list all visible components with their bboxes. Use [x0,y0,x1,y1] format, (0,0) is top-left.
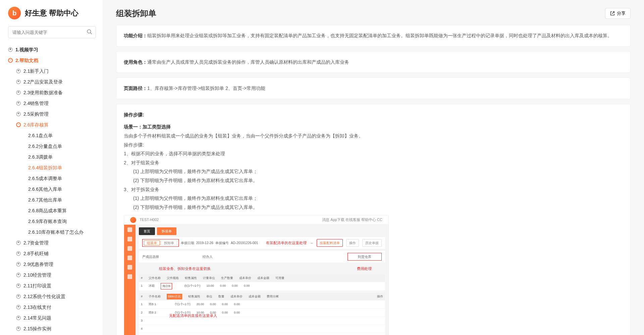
fig-date-label: 单据日期 [181,240,194,246]
nav-tree: 1.视频学习 2.帮助文档 2.1新手入门 2.2产品安装及登录 2.3使用前数… [8,44,96,334]
brand-logo-icon: b [8,7,21,19]
fig-sidebar [124,225,136,335]
nav-2-11[interactable]: 2.11打印设置 [8,280,96,291]
plus-icon [16,79,21,84]
main-content: 组装拆卸单 分享 功能介绍：组装拆卸单用来处理企业组装或拆卸等加工业务，支持有固… [103,0,644,335]
nav-2-6-10[interactable]: 2.6.10库存账本错了怎么办 [8,227,96,237]
nav-2-6-4[interactable]: 2.6.4组装拆卸单 [8,162,96,173]
scene1-title: 场景一：加工类型选择 [124,124,171,129]
svg-point-0 [87,30,91,33]
nav-2-4[interactable]: 2.4销售管理 [8,98,96,109]
fig-type-dismantle: 拆卸单 [161,240,177,245]
fig-dest-field: 到货仓库 [347,253,382,261]
nav-2-3[interactable]: 2.3使用前数据准备 [8,87,96,98]
role-text: 通常由生产人员或库管人员完成拆装业务的操作，库管人员确认原材料的出库和产成品的入… [147,59,349,65]
brand: b 好生意 帮助中心 [8,7,96,19]
sidebar: b 好生意 帮助中心 1.视频学习 2.帮助文档 2.1新手入门 2.2产品安装… [0,0,103,335]
fig-op-button: 操作 [346,239,359,247]
steps-title: 操作步骤: [124,112,144,117]
home-icon [127,227,132,232]
fig-code-value: AD-20191226-001 [231,240,258,246]
intro-label: 功能介绍： [124,33,147,38]
nav-2-2[interactable]: 2.2产品安装及登录 [8,76,96,87]
search-input[interactable] [8,26,96,38]
box-icon [127,246,132,251]
fig-anno-bom: 有装配清单的在这里处理 [266,239,307,246]
plus-icon [16,283,21,288]
nav-2-6-3[interactable]: 2.6.3调拨单 [8,152,96,162]
nav-2-12[interactable]: 2.12系统个性化设置 [8,291,96,302]
page-title: 组装拆卸单 [116,8,156,19]
plus-icon [16,305,21,310]
step-3: 3、对于拆装业务 [124,185,623,194]
step-2b: (2) 下部明细为子件明细，最终作为原材料生成其它出库单。 [124,176,623,185]
nav-2-6[interactable]: 2.6库存核算 [8,119,96,130]
search-icon[interactable] [87,29,93,36]
fig-tenant: TEST-H002 [140,216,159,223]
step-2a: (1) 上部明细为父件明细，最终作为产成品生成其它入库单； [124,167,623,176]
step-3a: (1) 上部明细为父件明细，最终作为原材料生成其它出库单； [124,194,623,203]
fig-anno-fee: 费用处理 [357,265,372,272]
steps-card: 操作步骤: 场景一：加工类型选择 当由多个子件材料组装成一个成品的业务为【组装】… [116,104,631,335]
nav-2-6-5[interactable]: 2.6.5成本调整单 [8,173,96,184]
nav-2-6-7[interactable]: 2.6.7其他出库单 [8,194,96,205]
fig-type-assemble: 组装单 [144,240,160,245]
nav-2-8[interactable]: 2.8手机旺铺 [8,248,96,259]
nav-2-5[interactable]: 2.5采购管理 [8,109,96,119]
plus-icon [16,294,21,299]
nav-2-13[interactable]: 2.13在线支付 [8,302,96,313]
role-label: 使用角色： [124,59,147,65]
nav-2-15[interactable]: 2.15操作实例 [8,323,96,334]
path-text: 1、库存核算->库存管理->组装拆卸单 2、首页->常用功能 [147,86,265,91]
nav-2-1[interactable]: 2.1新手入门 [8,66,96,76]
nav-2-6-1[interactable]: 2.6.1盘点单 [8,130,96,141]
plus-icon [16,273,21,277]
nav-2-10[interactable]: 2.10经营管理 [8,270,96,280]
plus-icon [16,240,21,245]
search-box [8,26,96,38]
nav-help-docs[interactable]: 2.帮助文档 [8,55,96,66]
fig-bom-button: 按装配料清单 [317,239,343,247]
share-button[interactable]: 分享 [605,8,631,19]
share-label: 分享 [617,10,626,16]
minus-icon [8,58,13,63]
brand-title: 好生意 帮助中心 [25,8,78,18]
plus-icon [16,262,21,267]
share-icon [610,11,615,16]
nav-2-14[interactable]: 2.14常见问题 [8,313,96,323]
fig-code-label: 单据编号 [215,240,229,246]
fig-date-value: 2019-12-26 [196,240,213,246]
plus-icon [16,251,21,256]
scene1-desc: 当由多个子件材料组装成一个成品的业务为【组装】业务，当由一个父件拆分成多个子产品… [124,131,623,141]
plus-icon [16,316,21,320]
step-1: 1、根据不同的业务，选择不同单据的类型来处理 [124,149,623,158]
fig-product-field: 产成品选择 [142,254,159,260]
cart-icon [127,237,132,241]
embedded-screenshot: TEST-H002 消息 App下载 在线客服 帮助中心 CC 首页 拆装单 [124,215,389,335]
fig-anno-direct: 无配送清单的直接在这里录入 [169,312,217,319]
report-icon [127,265,132,270]
step-2: 2、对于组装业务 [124,158,623,167]
nav-2-7[interactable]: 2.7资金管理 [8,237,96,248]
plus-icon [16,326,21,331]
nav-2-6-6[interactable]: 2.6.6其他入库单 [8,184,96,194]
intro-card: 功能介绍：组装拆卸单用来处理企业组装或拆卸等加工业务，支持有固定装配清单的产品加… [116,25,631,47]
fig-logo-icon [130,217,136,223]
fig-history-button: 历史单据 [362,239,382,247]
fig-handler-field: 经办人 [203,254,213,260]
steps-sub: 操作步骤: [124,141,623,150]
fig-tab-home: 首页 [139,227,155,235]
plus-icon [16,101,21,106]
plus-icon [16,112,21,116]
fig-top-links: 消息 App下载 在线客服 帮助中心 CC [322,216,382,223]
plus-icon [8,47,13,52]
nav-video-learning[interactable]: 1.视频学习 [8,44,96,55]
nav-2-6-2[interactable]: 2.6.2分量盘点单 [8,141,96,152]
svg-line-1 [90,33,92,34]
nav-2-9[interactable]: 2.9优惠券管理 [8,259,96,270]
fig-tab-current: 拆装单 [157,227,176,235]
step-3b: (2) 下部明细为子件明细，最终作为产成品生成其它入库单。 [124,203,623,212]
path-label: 页面路径： [124,86,147,91]
nav-2-6-8[interactable]: 2.6.8商品成本重算 [8,205,96,216]
nav-2-6-9[interactable]: 2.6.9库存账本查询 [8,216,96,227]
